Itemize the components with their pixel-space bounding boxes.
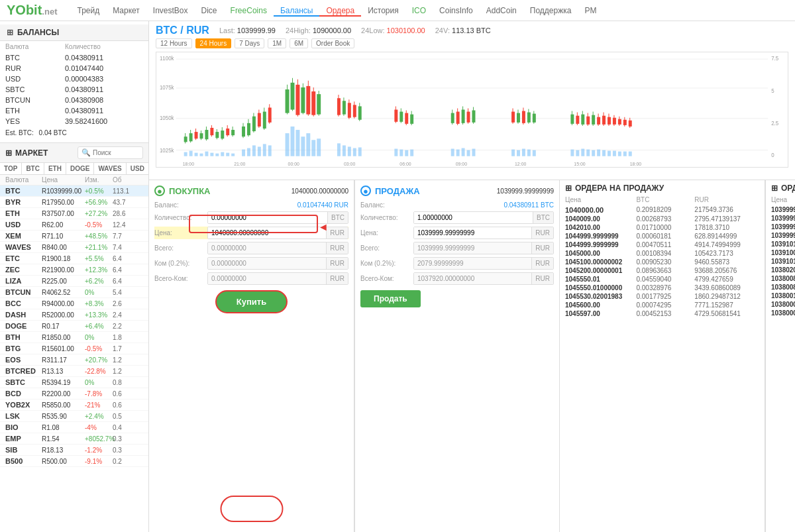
market-row[interactable]: ETC R1900.18 +5.5% 6.4: [0, 253, 148, 264]
market-row[interactable]: BTG R15601.00 -0.5% 1.7: [0, 343, 148, 354]
sell-order-row[interactable]: 1045597.00 0.00452153 4729.50681541: [565, 309, 759, 318]
nav-item-addcoin[interactable]: AddCoin: [480, 6, 523, 15]
buy-qty-input[interactable]: [208, 212, 327, 223]
market-row[interactable]: BIO R1.08 -4% 0.4: [0, 422, 148, 433]
market-row[interactable]: EOS R311.17 +20.7% 1.2: [0, 354, 148, 366]
market-row[interactable]: ETH R37507.00 +27.2% 28.6: [0, 208, 148, 219]
market-tab-eth[interactable]: ETH: [44, 163, 66, 174]
buy-price-input-group[interactable]: RUR: [207, 227, 348, 239]
market-tab-top[interactable]: TOP: [0, 163, 22, 174]
sell-button[interactable]: Продать: [360, 290, 421, 307]
nav-item-маркет[interactable]: Маркет: [106, 6, 146, 15]
market-row[interactable]: BCC R94000.00 +8.3% 2.6: [0, 298, 148, 309]
nav-item-трейд[interactable]: Трейд: [70, 6, 106, 15]
buy-price-input[interactable]: [208, 227, 326, 239]
sell-order-row[interactable]: 1045550.01000000 0.00328976 3439.6086008…: [565, 284, 759, 292]
market-row[interactable]: LIZA R225.00 +6.2% 6.4: [0, 276, 148, 287]
timeframe-btn-24-hours[interactable]: 24 Hours: [195, 38, 232, 48]
buy-order-row[interactable]: 1038001.00 0.00217623 2258.96828176: [771, 292, 795, 300]
sell-price-input[interactable]: [414, 227, 531, 239]
buy-order-row[interactable]: 1039999.000000 0.02060866 214340.4343391…: [771, 223, 795, 231]
svg-rect-177: [602, 150, 606, 156]
market-row[interactable]: ZEC R21900.00 +12.3% 6.4: [0, 264, 148, 276]
sell-order-row[interactable]: 1042010.00 0.01710000 17818.3710: [565, 223, 759, 232]
buy-order-row[interactable]: 1039999.99999999 0.00202707 2108.1527999…: [771, 205, 795, 214]
market-tab-btc[interactable]: BTC: [22, 163, 44, 174]
timeframe-btn-order-book[interactable]: Order Book: [311, 38, 354, 48]
buy-order-row[interactable]: 1039999.90 0.02049930 21319.26995007: [771, 214, 795, 223]
sell-qty-input[interactable]: [414, 212, 533, 223]
market-tab-waves[interactable]: WAVES: [94, 163, 126, 174]
nav-item-freecoins[interactable]: FreeCoins: [224, 6, 274, 15]
buy-order-row[interactable]: 1038000.01 0.00102215 1061.99170: [771, 300, 795, 309]
market-row[interactable]: BTC R1039999.00 +0.5% 113.1: [0, 186, 148, 197]
buy-orders-title: ⊞ ОРДЕРА НА ПОКУПКУ: [771, 184, 795, 193]
market-row[interactable]: BYR R17950.00 +56.9% 43.7: [0, 197, 148, 208]
nav-item-балансы[interactable]: Балансы: [274, 6, 319, 17]
buy-order-row[interactable]: 1039999.000000001 0.00071427 742.8400857…: [771, 231, 795, 240]
buy-order-price: 1039101.1000001: [771, 258, 795, 265]
svg-rect-178: [608, 151, 611, 156]
nav-item-поддержка[interactable]: Поддержка: [523, 6, 578, 15]
nav-item-coinsinfo[interactable]: CoinsInfo: [433, 6, 480, 15]
market-row[interactable]: YOB2X R5850.00 -21% 0.6: [0, 399, 148, 411]
timeframe-btn-6m[interactable]: 6M: [290, 38, 308, 48]
buy-order-row[interactable]: 1039101.1000021 0.00016100 167.2952771: [771, 240, 795, 248]
sell-order-row[interactable]: 1045530.02001983 0.00177925 1860.2948731…: [565, 292, 759, 301]
buy-order-row[interactable]: 1038000.000000007 0.01370000 14224.20000…: [771, 309, 795, 317]
sell-order-row[interactable]: 1045100.00000002 0.00905230 9460.55873: [565, 258, 759, 266]
market-row[interactable]: SIB R18.13 -1.2% 0.3: [0, 445, 148, 456]
buy-order-row[interactable]: 1038020.00000001 0.02681248 27831.890489…: [771, 266, 795, 274]
sell-order-row[interactable]: 1044999.9999999 0.00470511 4914.74994999: [565, 240, 759, 249]
chart-svg: 1100k 1075k 1050k 1025k 7.5 5 2.5 0 18:0…: [156, 52, 788, 167]
market-row[interactable]: DOGE R0.17 +6.4% 2.2: [0, 321, 148, 332]
svg-rect-114: [399, 150, 403, 156]
buy-button[interactable]: Купить: [215, 290, 288, 313]
market-row[interactable]: DASH R52000.00 +13.3% 2.4: [0, 309, 148, 321]
market-search-box[interactable]: 🔍: [78, 146, 143, 159]
market-row[interactable]: B500 R500.00 -9.1% 0.2: [0, 456, 148, 467]
timeframe-btn-1m[interactable]: 1M: [268, 38, 286, 48]
sell-order-row[interactable]: 1045550.01 0.04559040 4799.427659: [565, 275, 759, 284]
sell-order-row[interactable]: 1045600.00 0.00074295 7771.152987: [565, 301, 759, 309]
buy-order-row[interactable]: 1038008.00 0.00021102 219.04044816: [771, 274, 795, 283]
sell-order-row[interactable]: 1045200.00000001 0.08963663 93688.205676: [565, 266, 759, 275]
sell-order-row[interactable]: 1040009.00 0.00268793 2795.47139137: [565, 215, 759, 223]
buy-qty-input-group[interactable]: BTC: [207, 211, 348, 224]
market-price: R1850.00: [42, 334, 85, 341]
nav-item-pm[interactable]: PM: [578, 6, 603, 15]
sell-qty-input-group[interactable]: BTC: [413, 211, 554, 224]
market-row[interactable]: BCD R2200.00 -7.8% 0.6: [0, 388, 148, 399]
nav-item-ордера[interactable]: Ордера: [319, 6, 361, 17]
market-row[interactable]: SBTC R5394.19 0% 0.8: [0, 377, 148, 388]
market-tab-usd[interactable]: USD: [127, 163, 148, 174]
market-vol: 113.1: [113, 187, 132, 195]
market-row[interactable]: LSK R535.90 +2.4% 0.5: [0, 411, 148, 422]
svg-rect-85: [295, 130, 299, 156]
market-row[interactable]: EMP R1.54 +8052.7% 0.3: [0, 433, 148, 445]
nav-item-ico[interactable]: ICO: [405, 6, 433, 15]
buy-order-row[interactable]: 1039101.1000001 0.03633635 37757.1412549…: [771, 257, 795, 266]
search-input[interactable]: [93, 149, 139, 156]
market-row[interactable]: BTCUN R4062.52 0% 5.4: [0, 287, 148, 298]
market-title: ⊞ МАРКЕТ: [5, 148, 48, 158]
sell-order-row[interactable]: 1044999.9999999 0.00060181 628.89144999: [565, 232, 759, 240]
market-row[interactable]: XEM R71.10 +48.5% 7.7: [0, 231, 148, 242]
sell-order-row[interactable]: 1040000.00 0.20918209 217549.3736: [565, 205, 759, 215]
market-tab-doge[interactable]: DOGE: [66, 163, 94, 174]
balance-currency: USD: [0, 74, 60, 84]
sell-price-input-group[interactable]: RUR: [413, 227, 554, 239]
sell-order-row[interactable]: 1045000.00 0.00108394 105423.7173: [565, 249, 759, 258]
nav-item-история[interactable]: История: [361, 6, 405, 15]
market-row[interactable]: BTH R1850.00 0% 1.8: [0, 332, 148, 343]
nav-item-dice[interactable]: Dice: [195, 6, 224, 15]
timeframe-btn-12-hours[interactable]: 12 Hours: [156, 38, 192, 48]
nav-item-investbox[interactable]: InvestBox: [146, 6, 195, 15]
buy-order-row[interactable]: 1038008.00 0.00096338 999.99614704: [771, 283, 795, 292]
buy-order-row[interactable]: 1039100.9997256 0.00096237 999.7256: [771, 248, 795, 257]
market-row[interactable]: USD R62.00 -0.5% 12.4: [0, 219, 148, 231]
market-row[interactable]: BTCRED R13.13 -22.8% 1.2: [0, 366, 148, 377]
market-row[interactable]: WAVES R840.00 +21.1% 7.4: [0, 242, 148, 253]
timeframe-btn-7-days[interactable]: 7 Days: [235, 38, 264, 48]
logo[interactable]: YObit.net: [7, 3, 57, 18]
